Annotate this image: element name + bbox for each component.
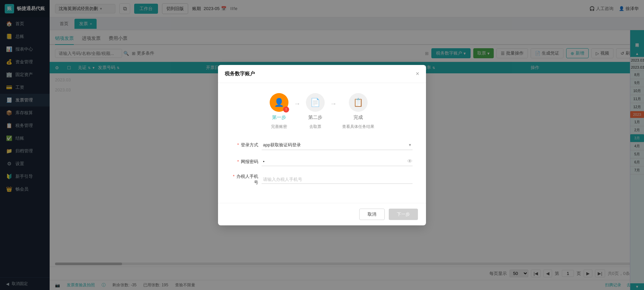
modal-footer: 取消 下一步 xyxy=(218,203,426,225)
step-2: 📄 第二步 去取票 xyxy=(306,93,325,130)
step-1-icon: 👤 xyxy=(274,98,284,107)
login-method-label: * 登录方式 xyxy=(231,142,262,148)
step-2-circle: 📄 xyxy=(306,93,325,112)
login-method-row: * 登录方式 app获取验证码登录 ▾ xyxy=(231,140,413,150)
step-2-desc: 去取票 xyxy=(309,124,321,130)
step-2-icon: 📄 xyxy=(310,98,320,107)
step-1-circle: 👤 ! xyxy=(270,93,288,112)
step-1-desc: 完善账密 xyxy=(271,124,287,130)
next-button[interactable]: 下一步 xyxy=(389,209,418,220)
step-arrow-2: → xyxy=(325,100,342,107)
password-input[interactable] xyxy=(262,157,406,166)
step-3-circle: 📋 xyxy=(349,93,368,112)
phone-input[interactable] xyxy=(262,175,413,184)
step-arrow-1: → xyxy=(288,100,306,107)
login-method-select[interactable]: app获取验证码登录 ▾ xyxy=(262,140,413,150)
login-dropdown-icon: ▾ xyxy=(409,142,411,147)
cancel-button[interactable]: 取消 xyxy=(359,209,385,220)
steps-indicator: 👤 ! 第一步 完善账密 → 📄 第二步 去取票 → xyxy=(231,93,413,130)
step-3-label: 完成 xyxy=(354,115,363,121)
phone-label: * 办税人手机号 xyxy=(231,173,262,186)
step-1: 👤 ! 第一步 完善账密 xyxy=(270,93,288,130)
step-2-label: 第二步 xyxy=(308,115,322,121)
step-3-icon: 📋 xyxy=(353,98,363,107)
password-label: * 网报密码 xyxy=(231,159,262,165)
phone-row: * 办税人手机号 xyxy=(231,173,413,186)
modal-close-button[interactable]: × xyxy=(416,70,419,77)
step-1-badge: ! xyxy=(283,106,289,113)
modal-overlay: 税务数字账户 × 👤 ! 第一步 完善账密 → xyxy=(0,0,644,290)
step-3-desc: 查看具体任务结果 xyxy=(342,124,374,130)
modal-body: 👤 ! 第一步 完善账密 → 📄 第二步 去取票 → xyxy=(218,83,426,203)
password-row: * 网报密码 👁 xyxy=(231,157,413,166)
modal-title: 税务数字账户 xyxy=(225,71,255,77)
step-1-label: 第一步 xyxy=(272,115,286,121)
modal-header: 税务数字账户 × xyxy=(218,65,426,83)
step-3: 📋 完成 查看具体任务结果 xyxy=(342,93,374,130)
eye-icon[interactable]: 👁 xyxy=(407,158,413,164)
password-input-row: 👁 xyxy=(262,157,413,166)
tax-digital-modal: 税务数字账户 × 👤 ! 第一步 完善账密 → xyxy=(218,65,426,225)
